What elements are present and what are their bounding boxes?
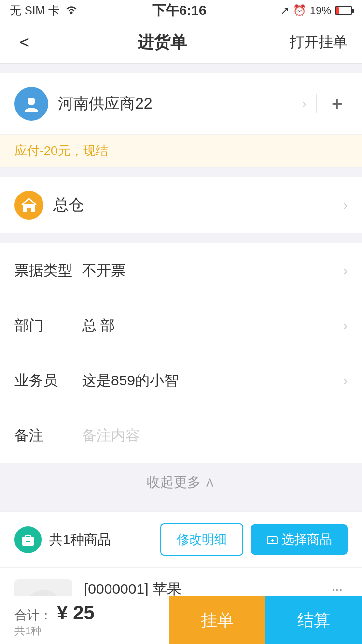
svg-point-0 — [70, 12, 73, 14]
salesman-label: 业务员 — [14, 371, 72, 391]
select-product-button[interactable]: 选择商品 — [251, 524, 348, 555]
supplier-add-button[interactable]: + — [327, 91, 348, 117]
supplier-divider — [316, 94, 317, 113]
remark-label: 备注 — [14, 426, 72, 446]
dept-value: 总 部 — [82, 316, 343, 336]
collapse-row[interactable]: 收起更多 ∧ — [0, 463, 362, 502]
battery-percent: 19% — [310, 4, 331, 17]
total-label: 合计： — [14, 607, 52, 624]
status-left: 无 SIM 卡 — [10, 3, 78, 18]
product-header: 共1种商品 修改明细 选择商品 — [0, 511, 362, 567]
wifi-icon — [65, 4, 78, 17]
supplier-avatar — [14, 87, 48, 121]
open-hang-button[interactable]: 打开挂单 — [290, 32, 348, 52]
warehouse-section: 总仓 › — [0, 177, 362, 233]
dept-chevron-icon: › — [343, 318, 348, 334]
status-time: 下午6:16 — [152, 1, 206, 20]
product-count: 共1种商品 — [49, 531, 160, 549]
collapse-label: 收起更多 ∧ — [147, 473, 216, 491]
product-code: [0000001] — [84, 581, 148, 597]
warehouse-name: 总仓 — [53, 195, 343, 216]
select-product-label: 选择商品 — [282, 531, 332, 548]
dept-label: 部门 — [14, 316, 72, 336]
alarm-icon: ⏰ — [293, 4, 306, 17]
svg-rect-3 — [27, 208, 31, 212]
nav-bar: < 进货单 打开挂单 — [0, 21, 362, 64]
battery-icon — [335, 6, 352, 15]
supplier-section: 河南供应商22 › + 应付-20元，现结 — [0, 73, 362, 168]
remark-input[interactable]: 备注内容 — [82, 426, 348, 446]
status-bar: 无 SIM 卡 下午6:16 ↗ ⏰ 19% — [0, 0, 362, 21]
svg-point-1 — [28, 98, 35, 105]
remark-row[interactable]: 备注 备注内容 — [0, 408, 362, 463]
back-button[interactable]: < — [14, 28, 34, 57]
salesman-value: 这是859的小智 — [82, 371, 343, 391]
supplier-notice: 应付-20元，现结 — [0, 135, 362, 168]
section-gap-4 — [0, 502, 362, 511]
total-amount: ¥ 25 — [57, 602, 95, 624]
warehouse-chevron-icon: › — [343, 197, 348, 213]
salesman-chevron-icon: › — [343, 373, 348, 389]
supplier-name: 河南供应商22 — [58, 93, 302, 114]
salesman-row[interactable]: 业务员 这是859的小智 › — [0, 353, 362, 408]
section-gap-1 — [0, 64, 362, 73]
location-icon: ↗ — [280, 4, 289, 17]
bottom-total: 合计： ¥ 25 共1种 — [0, 596, 169, 644]
supplier-chevron-icon: › — [302, 96, 306, 112]
product-name-text: 苹果 — [153, 581, 181, 597]
warehouse-icon — [14, 191, 43, 220]
checkout-label: 结算 — [297, 609, 330, 631]
total-main: 合计： ¥ 25 — [14, 602, 154, 624]
bottom-bar: 合计： ¥ 25 共1种 挂单 结算 — [0, 596, 362, 644]
carrier-label: 无 SIM 卡 — [10, 3, 60, 18]
edit-detail-button[interactable]: 修改明细 — [160, 523, 243, 556]
invoice-row[interactable]: 票据类型 不开票 › — [0, 243, 362, 298]
form-section: 票据类型 不开票 › 部门 总 部 › 业务员 这是859的小智 › 备注 备注… — [0, 243, 362, 463]
checkout-button[interactable]: 结算 — [265, 596, 362, 644]
product-icon — [14, 526, 42, 553]
section-gap-3 — [0, 233, 362, 243]
status-right: ↗ ⏰ 19% — [280, 4, 352, 17]
supplier-row[interactable]: 河南供应商22 › + — [0, 73, 362, 135]
invoice-value: 不开票 — [82, 261, 343, 280]
hang-button[interactable]: 挂单 — [169, 596, 265, 644]
warehouse-row[interactable]: 总仓 › — [0, 177, 362, 233]
total-sub: 共1种 — [14, 624, 154, 638]
invoice-chevron-icon: › — [343, 263, 348, 279]
page-title: 进货单 — [138, 31, 187, 54]
section-gap-2 — [0, 168, 362, 177]
hang-label: 挂单 — [201, 609, 234, 631]
main-content: 河南供应商22 › + 应付-20元，现结 总仓 › 票据类型 — [0, 64, 362, 644]
invoice-label: 票据类型 — [14, 261, 72, 280]
dept-row[interactable]: 部门 总 部 › — [0, 298, 362, 353]
